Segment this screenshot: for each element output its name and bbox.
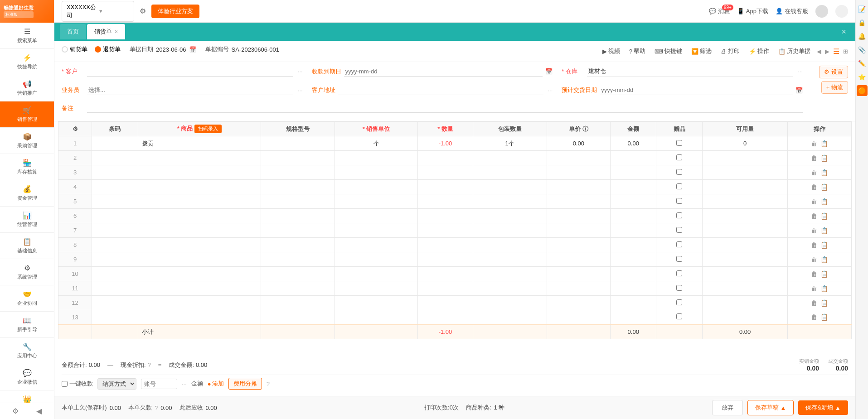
row-unit-4[interactable] — [335, 194, 417, 209]
delete-icon-6[interactable]: 🗑 — [810, 226, 818, 235]
warehouse-value[interactable]: 建材仓 — [587, 66, 793, 77]
row-pkg-qty-9[interactable] — [473, 267, 547, 281]
row-price-3[interactable] — [547, 180, 611, 194]
right-tool-edit[interactable]: ✏️ — [857, 58, 868, 69]
row-amount-9[interactable] — [611, 267, 656, 281]
row-amount-12[interactable] — [611, 310, 656, 325]
delete-icon-11[interactable]: 🗑 — [810, 299, 818, 308]
row-price-6[interactable] — [547, 223, 611, 238]
row-spec-8[interactable] — [261, 252, 335, 267]
sidebar-item-新手引导[interactable]: 📖新手引导 — [0, 312, 54, 338]
row-product-5[interactable] — [138, 209, 261, 223]
address-input[interactable] — [338, 85, 543, 95]
row-qty-9[interactable] — [418, 267, 473, 281]
tab-close-icon[interactable]: × — [115, 29, 118, 35]
row-gift-12[interactable] — [656, 310, 702, 325]
online-service-button[interactable]: 👤 在线客服 — [776, 7, 808, 15]
copy-icon-4[interactable]: 📋 — [820, 197, 829, 206]
delete-icon-12[interactable]: 🗑 — [810, 313, 818, 322]
gift-checkbox-8[interactable] — [676, 256, 682, 262]
row-amount-1[interactable] — [611, 151, 656, 165]
row-price-8[interactable] — [547, 252, 611, 267]
print-tool[interactable]: 🖨 打印 — [718, 46, 742, 56]
row-qty-5[interactable] — [418, 209, 473, 223]
gift-checkbox-3[interactable] — [676, 183, 682, 189]
row-barcode-9[interactable] — [92, 267, 138, 281]
row-unit-10[interactable] — [335, 281, 417, 296]
payment-calendar-icon[interactable]: 📅 — [545, 68, 553, 75]
row-spec-6[interactable] — [261, 223, 335, 238]
sidebar-item-系统管理[interactable]: ⚙系统管理 — [0, 259, 54, 285]
sidebar-item-企业协同[interactable]: 🤝企业协同 — [0, 285, 54, 312]
row-amount-3[interactable] — [611, 180, 656, 194]
message-button[interactable]: 💬 消息 99+ — [709, 7, 730, 15]
copy-icon-7[interactable]: 📋 — [820, 241, 829, 250]
delete-icon-3[interactable]: 🗑 — [810, 183, 818, 192]
row-barcode-2[interactable] — [92, 165, 138, 180]
delete-icon-7[interactable]: 🗑 — [810, 241, 818, 250]
fee-help-icon[interactable]: ? — [267, 380, 270, 387]
row-spec-12[interactable] — [261, 310, 335, 325]
address-more-icon[interactable]: ··· — [548, 87, 553, 94]
row-barcode-4[interactable] — [92, 194, 138, 209]
row-pkg-qty-12[interactable] — [473, 310, 547, 325]
row-price-11[interactable] — [547, 296, 611, 310]
right-tool-action[interactable]: 🟠 — [857, 85, 868, 96]
row-amount-4[interactable] — [611, 194, 656, 209]
warehouse-more-icon[interactable]: ··· — [798, 68, 803, 75]
gift-checkbox-6[interactable] — [676, 227, 682, 233]
row-spec-1[interactable] — [261, 151, 335, 165]
row-unit-2[interactable] — [335, 165, 417, 180]
doc-logistics-button[interactable]: + 物流 — [821, 81, 848, 94]
company-selector[interactable]: XXXXXX公司 ▾ — [62, 1, 134, 22]
copy-icon-6[interactable]: 📋 — [820, 226, 829, 235]
delete-icon-0[interactable]: 🗑 — [810, 139, 818, 148]
row-price-5[interactable] — [547, 209, 611, 223]
add-payment-button[interactable]: ● 添加 — [208, 380, 224, 388]
row-spec-10[interactable] — [261, 281, 335, 296]
video-tool[interactable]: ▶ 视频 — [600, 46, 623, 56]
row-spec-5[interactable] — [261, 209, 335, 223]
copy-icon-5[interactable]: 📋 — [820, 212, 829, 221]
row-pkg-qty-4[interactable] — [473, 194, 547, 209]
row-gift-1[interactable] — [656, 151, 702, 165]
operation-tool[interactable]: ⚡ 操作 — [746, 46, 772, 56]
row-product-2[interactable] — [138, 165, 261, 180]
row-spec-7[interactable] — [261, 238, 335, 252]
copy-icon-2[interactable]: 📋 — [820, 168, 829, 177]
settings-gear-icon[interactable]: ⚙ — [140, 7, 146, 15]
row-price-10[interactable] — [547, 281, 611, 296]
row-barcode-0[interactable] — [92, 136, 138, 151]
scan-button[interactable]: 扫码录入 — [194, 125, 222, 133]
abandon-button[interactable]: 放弃 — [712, 400, 743, 415]
sidebar-item-基础信息[interactable]: 📋基础信息 — [0, 233, 54, 259]
row-price-4[interactable] — [547, 194, 611, 209]
gift-checkbox-9[interactable] — [676, 270, 682, 276]
gift-checkbox-2[interactable] — [676, 169, 682, 175]
gift-checkbox-7[interactable] — [676, 241, 682, 247]
sidebar-item-采购管理[interactable]: 📦采购管理 — [0, 128, 54, 154]
row-spec-2[interactable] — [261, 165, 335, 180]
gift-checkbox-1[interactable] — [676, 154, 682, 160]
delivery-calendar-icon[interactable]: 📅 — [795, 87, 803, 94]
row-pkg-qty-1[interactable] — [473, 151, 547, 165]
sidebar-item-应用中心[interactable]: 🔧应用中心 — [0, 338, 54, 364]
row-qty-11[interactable] — [418, 296, 473, 310]
payment-method-select[interactable]: 结算方式 — [97, 378, 136, 390]
row-pkg-qty-8[interactable] — [473, 252, 547, 267]
gift-checkbox-0[interactable] — [676, 140, 682, 146]
row-qty-4[interactable] — [418, 194, 473, 209]
right-tool-notification[interactable]: 🔔 — [857, 31, 868, 42]
account-more-icon[interactable]: ··· — [182, 380, 187, 387]
row-pkg-qty-7[interactable] — [473, 238, 547, 252]
row-product-0[interactable]: 拨贡 — [138, 136, 261, 151]
copy-icon-8[interactable]: 📋 — [820, 255, 829, 264]
right-tool-lock[interactable]: 🔒 — [857, 17, 868, 28]
copy-icon-12[interactable]: 📋 — [820, 313, 829, 322]
delete-icon-4[interactable]: 🗑 — [810, 197, 818, 206]
history-tool[interactable]: 📋 历史单据 — [776, 46, 813, 56]
one-click-checkbox[interactable] — [62, 381, 68, 387]
row-gift-5[interactable] — [656, 209, 702, 223]
row-unit-0[interactable]: 个 — [335, 136, 417, 151]
payment-date-input[interactable] — [344, 67, 543, 77]
